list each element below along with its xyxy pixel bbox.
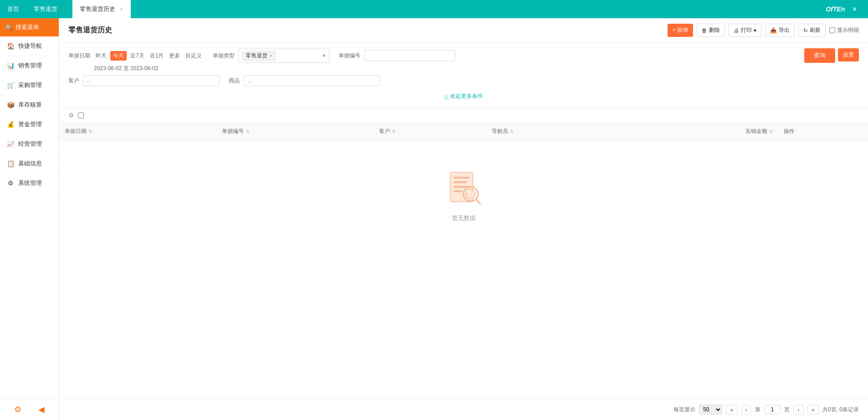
last-page-button[interactable]: » bbox=[807, 405, 819, 415]
bill-type-tag-close[interactable]: × bbox=[269, 53, 272, 58]
date-range-text: 2023-06-02 至 2023-06-02 bbox=[94, 65, 158, 72]
svg-line-7 bbox=[476, 199, 480, 204]
brand-label: OfTEn bbox=[826, 5, 845, 13]
add-button[interactable]: + 新增 bbox=[668, 24, 693, 37]
print-button[interactable]: 🖨 打印 ▾ bbox=[729, 24, 761, 37]
collapse-sidebar-icon[interactable]: ◀ bbox=[38, 405, 45, 415]
th-number[interactable]: 单据编号 ⇅ bbox=[216, 123, 374, 140]
top-bar-right: OfTEn × bbox=[826, 5, 868, 14]
goods-input[interactable]: ... bbox=[243, 75, 380, 86]
filter-goods: 商品 ... bbox=[229, 75, 380, 86]
customer-label: 客户 bbox=[68, 77, 79, 85]
show-detail-label: 显示明细 bbox=[837, 26, 859, 34]
th-guide-label: 导购员 bbox=[492, 128, 508, 135]
th-number-label: 单据编号 bbox=[222, 128, 244, 135]
delete-button[interactable]: 🗑 删除 bbox=[697, 24, 725, 37]
sidebar-item-inventory[interactable]: 📦 库存核算 bbox=[0, 95, 59, 115]
th-date-label: 单据日期 bbox=[65, 128, 87, 135]
export-label: 导出 bbox=[779, 26, 790, 34]
tab-home[interactable]: 首页 bbox=[0, 0, 26, 18]
sidebar-item-basic-info[interactable]: 📋 基础信息 bbox=[0, 154, 59, 174]
first-page-button[interactable]: « bbox=[726, 405, 737, 415]
print-label: 打印 bbox=[741, 26, 752, 34]
window-close-button[interactable]: × bbox=[848, 5, 861, 14]
filter-action-buttons: 查询 设置 bbox=[804, 48, 859, 63]
delete-label: 删除 bbox=[709, 26, 720, 34]
export-button[interactable]: 📤 导出 bbox=[765, 24, 795, 37]
sidebar-search[interactable]: 🔍 搜索菜单 bbox=[0, 18, 59, 36]
bill-type-label: 单据类型 bbox=[213, 52, 235, 60]
date-filter-label: 单据日期 bbox=[68, 52, 90, 60]
date-opt-1month[interactable]: 近1月 bbox=[148, 51, 166, 61]
tab-return-close[interactable]: × bbox=[62, 6, 65, 12]
date-opt-more[interactable]: 更多 bbox=[167, 51, 182, 61]
inventory-icon: 📦 bbox=[6, 101, 15, 109]
page-input[interactable] bbox=[764, 405, 781, 414]
tab-return[interactable]: 零售退货 × bbox=[26, 0, 72, 18]
svg-point-8 bbox=[467, 190, 470, 193]
th-guide[interactable]: 导购员 ⇅ bbox=[486, 123, 621, 140]
select-all-checkbox[interactable] bbox=[78, 113, 84, 118]
th-action: 操作 bbox=[778, 123, 868, 140]
customer-input[interactable]: ... bbox=[83, 75, 220, 86]
sidebar-item-finance[interactable]: 💰 资金管理 bbox=[0, 115, 59, 134]
query-button[interactable]: 查询 bbox=[804, 48, 835, 63]
search-icon: 🔍 bbox=[5, 24, 13, 31]
th-date[interactable]: 单据日期 ⇅ bbox=[59, 123, 216, 140]
show-detail-checkbox[interactable] bbox=[829, 27, 835, 33]
sidebar: 🔍 搜索菜单 🏠 快捷导航 📊 销售管理 🛒 采购管理 📦 库存核算 💰 资金管… bbox=[0, 18, 59, 420]
settings-bottom-icon[interactable]: ⚙ bbox=[14, 405, 21, 415]
setting-button[interactable]: 设置 bbox=[838, 48, 859, 61]
date-opt-custom[interactable]: 自定义 bbox=[184, 51, 204, 61]
empty-state: 暂无数据 bbox=[59, 140, 868, 250]
sidebar-item-purchase[interactable]: 🛒 采购管理 bbox=[0, 76, 59, 95]
th-customer-label: 客户 bbox=[379, 128, 390, 135]
sidebar-item-sales-label: 销售管理 bbox=[18, 61, 42, 70]
sidebar-item-quick-nav[interactable]: 🏠 快捷导航 bbox=[0, 36, 59, 56]
tab-list: 首页 零售退货 × 零售退货历史 × bbox=[0, 0, 826, 18]
refresh-button[interactable]: ↻ 刷新 bbox=[798, 24, 826, 37]
date-opt-yesterday[interactable]: 昨天 bbox=[94, 51, 108, 61]
table-container: 单据日期 ⇅ 单据编号 ⇅ 客户 bbox=[59, 123, 868, 399]
prev-page-button[interactable]: ‹ bbox=[741, 405, 751, 415]
per-page-select[interactable]: 20 50 100 bbox=[699, 405, 722, 415]
basic-info-icon: 📋 bbox=[6, 159, 15, 168]
tab-return-history[interactable]: 零售退货历史 × bbox=[72, 0, 130, 18]
collapse-bar[interactable]: △ 收起更多条件 bbox=[68, 91, 859, 102]
date-options: 昨天 今天 近7天 近1月 更多 自定义 bbox=[94, 51, 204, 61]
date-opt-today[interactable]: 今天 bbox=[110, 51, 127, 61]
quick-nav-icon: 🏠 bbox=[6, 42, 15, 50]
sales-icon: 📊 bbox=[6, 61, 15, 70]
table-header-row: 单据日期 ⇅ 单据编号 ⇅ 客户 bbox=[59, 123, 868, 140]
next-page-button[interactable]: › bbox=[793, 405, 803, 415]
date-opt-7days[interactable]: 近7天 bbox=[128, 51, 146, 61]
sidebar-bottom: ⚙ ◀ bbox=[0, 399, 59, 420]
sidebar-item-operations[interactable]: 📈 经营管理 bbox=[0, 134, 59, 154]
bill-type-select[interactable]: 零售退货 × ▾ bbox=[238, 49, 329, 63]
top-bar: 首页 零售退货 × 零售退货历史 × OfTEn × bbox=[0, 0, 868, 18]
table-toolbar: ⚙ bbox=[59, 108, 868, 123]
finance-icon: 💰 bbox=[6, 120, 15, 128]
sidebar-item-sales[interactable]: 📊 销售管理 bbox=[0, 56, 59, 76]
empty-text: 暂无数据 bbox=[452, 214, 476, 222]
show-detail-checkbox-label[interactable]: 显示明细 bbox=[829, 26, 859, 34]
bill-type-dropdown-icon: ▾ bbox=[323, 52, 325, 59]
page-label: 第 bbox=[755, 406, 760, 414]
refresh-label: 刷新 bbox=[810, 26, 821, 34]
page-header: 零售退货历史 + 新增 🗑 删除 🖨 打印 ▾ 📤 导出 ↻ bbox=[59, 18, 868, 43]
table-settings-icon[interactable]: ⚙ bbox=[68, 112, 74, 119]
th-action-label: 操作 bbox=[784, 128, 795, 134]
sidebar-item-inventory-label: 库存核算 bbox=[18, 101, 42, 109]
sidebar-item-purchase-label: 采购管理 bbox=[18, 81, 42, 89]
system-icon: ⚙ bbox=[6, 179, 15, 187]
collapse-label: 收起更多条件 bbox=[450, 92, 483, 100]
sidebar-item-system[interactable]: ⚙ 系统管理 bbox=[0, 174, 59, 193]
bill-type-value: 零售退货 bbox=[246, 52, 267, 60]
sidebar-item-quick-nav-label: 快捷导航 bbox=[18, 42, 42, 50]
th-date-sort-icon: ⇅ bbox=[88, 129, 92, 134]
th-amount[interactable]: 实销金额 ⇅ bbox=[621, 123, 778, 140]
bill-number-input[interactable] bbox=[364, 50, 455, 61]
tab-return-history-close[interactable]: × bbox=[120, 6, 123, 12]
sidebar-item-system-label: 系统管理 bbox=[18, 179, 42, 187]
th-customer[interactable]: 客户 ⇅ bbox=[374, 123, 486, 140]
